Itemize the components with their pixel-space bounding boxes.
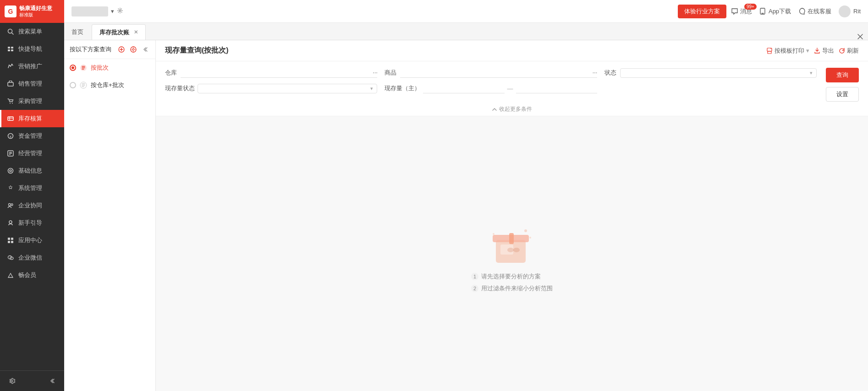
print-dropdown-icon[interactable]: ▾: [806, 47, 809, 54]
goods-dots-icon[interactable]: ···: [592, 69, 597, 77]
tabbar: 首页 库存批次账 ✕: [64, 23, 868, 40]
sidebar-item-guide[interactable]: 新手引导: [0, 214, 64, 232]
chevron-down-icon[interactable]: ▾: [111, 8, 114, 15]
warehouse-label: 仓库: [165, 69, 178, 77]
sidebar-nav: 搜索菜单 快捷导航 营销推广: [0, 23, 64, 370]
tab-home[interactable]: 首页: [64, 24, 91, 40]
svg-rect-5: [11, 49, 13, 51]
sidebar-item-marketing[interactable]: 营销推广: [0, 58, 64, 75]
export-button[interactable]: 导出: [814, 47, 834, 55]
sidebar-item-label: 快捷导航: [18, 45, 42, 53]
sidebar-item-system[interactable]: 系统管理: [0, 179, 64, 197]
empty-illustration: [484, 215, 539, 265]
sidebar-item-member[interactable]: 畅会员: [0, 266, 64, 284]
status-dropdown-icon: ▾: [810, 70, 813, 76]
scheme-settings-icon[interactable]: [129, 45, 138, 54]
sales-icon: [6, 80, 15, 88]
status-filter: 状态 ▾: [604, 68, 817, 78]
stock-status-select[interactable]: ▾: [198, 84, 377, 93]
collapse-filters-button[interactable]: 收起更多条件: [165, 105, 859, 113]
sidebar-item-label: 企业协同: [18, 201, 42, 210]
stock-qty-from-input[interactable]: [423, 83, 504, 93]
scheme-item-batch[interactable]: 按批次: [64, 59, 155, 76]
sidebar-item-label: 系统管理: [18, 184, 42, 192]
svg-point-38: [132, 49, 134, 50]
breadcrumb-input[interactable]: [71, 6, 108, 16]
settings-icon-topbar[interactable]: [117, 7, 123, 15]
tip2-text: 用过滤条件来缩小分析范围: [481, 284, 553, 293]
svg-point-29: [119, 10, 121, 11]
sidebar-item-collaborate[interactable]: 企业协同: [0, 197, 64, 214]
scheme-item-warehouse-batch[interactable]: 按仓库+批次: [64, 76, 155, 94]
stock-qty-label: 现存量（主）: [385, 84, 420, 92]
online-service-button[interactable]: 在线客服: [798, 7, 831, 16]
query-button[interactable]: 查询: [826, 68, 859, 82]
goods-label: 商品: [385, 69, 397, 77]
tab-close-main-icon[interactable]: [852, 33, 868, 40]
empty-tip-1: 1 请先选择要分析的方案: [471, 272, 553, 281]
refresh-button[interactable]: 刷新: [839, 47, 859, 55]
topbar-actions: 消息 99+ App下载 在线客服 Rit: [731, 5, 861, 17]
svg-rect-9: [8, 117, 13, 120]
svg-rect-46: [768, 51, 771, 54]
collapse-panel-icon[interactable]: [141, 45, 150, 54]
settings-footer-icon[interactable]: [6, 375, 17, 386]
basics-icon: [6, 167, 15, 175]
app-download-button[interactable]: App下载: [759, 7, 791, 16]
stock-qty-to-input[interactable]: [516, 83, 597, 93]
svg-rect-4: [8, 49, 10, 51]
sidebar-item-basics[interactable]: 基础信息: [0, 162, 64, 179]
stock-status-filter: 现存量状态 ▾: [165, 84, 377, 93]
sidebar-item-inventory[interactable]: 库存核算: [0, 110, 64, 127]
sidebar-item-label: 营销推广: [18, 62, 42, 71]
purchase-icon: [6, 97, 15, 105]
inventory-icon: [6, 114, 15, 123]
sidebar-item-wechat[interactable]: 企业微信: [0, 249, 64, 266]
left-panel-header: 按以下方案查询: [64, 40, 155, 59]
collaborate-icon: [6, 201, 15, 210]
content-area: 按以下方案查询: [64, 40, 868, 391]
svg-point-18: [8, 168, 13, 174]
system-icon: [6, 184, 15, 192]
tab-close-icon[interactable]: ✕: [134, 29, 138, 35]
sidebar-item-purchase[interactable]: 采购管理: [0, 92, 64, 110]
warehouse-input[interactable]: [181, 68, 373, 77]
sidebar-item-operation[interactable]: 经营管理: [0, 145, 64, 162]
goods-input[interactable]: [400, 68, 592, 77]
sidebar-item-finance[interactable]: ¥ 资金管理: [0, 127, 64, 145]
svg-point-52: [524, 229, 527, 232]
messages-button[interactable]: 消息 99+: [731, 7, 752, 16]
main-area: ▾ 体验行业方案 消息 99+: [64, 0, 868, 391]
settings-button[interactable]: 设置: [826, 87, 859, 102]
empty-state: 1 请先选择要分析的方案 2 用过滤条件来缩小分析范围: [156, 116, 868, 391]
page-header-actions: 按模板打印 ▾ 导出 刷新: [766, 47, 859, 55]
stock-qty-dash: —: [507, 85, 513, 92]
messages-badge: 99+: [744, 4, 757, 10]
svg-rect-51: [509, 233, 514, 244]
empty-icon: [484, 215, 539, 265]
right-panel: 现存量查询(按批次) 按模板打印 ▾: [156, 40, 868, 391]
tab-inventory-batch[interactable]: 库存批次账 ✕: [92, 24, 146, 40]
status-select[interactable]: ▾: [620, 68, 817, 78]
page-header: 现存量查询(按批次) 按模板打印 ▾: [156, 40, 868, 61]
svg-rect-23: [8, 238, 10, 240]
empty-tip-2: 2 用过滤条件来缩小分析范围: [471, 284, 553, 293]
sidebar-item-quicknav[interactable]: 快捷导航: [0, 40, 64, 58]
sidebar-item-search[interactable]: 搜索菜单: [0, 23, 64, 40]
industry-solution-button[interactable]: 体验行业方案: [678, 5, 726, 18]
sidebar-item-label: 新手引导: [18, 219, 42, 227]
side-buttons: 查询 设置: [826, 68, 859, 102]
user-profile-button[interactable]: Rit: [839, 5, 861, 17]
breadcrumb: ▾: [71, 6, 123, 16]
print-button[interactable]: 按模板打印 ▾: [766, 47, 809, 55]
svg-rect-6: [8, 82, 13, 86]
svg-point-8: [12, 103, 13, 104]
empty-tips: 1 请先选择要分析的方案 2 用过滤条件来缩小分析范围: [471, 272, 553, 293]
svg-point-53: [529, 237, 531, 239]
sidebar-item-sales[interactable]: 销售管理: [0, 75, 64, 92]
collapse-sidebar-icon[interactable]: [47, 375, 58, 386]
warehouse-dots-icon[interactable]: ···: [373, 69, 377, 77]
sidebar-header: G 畅康通好生意 标准版: [0, 0, 64, 23]
add-scheme-button[interactable]: [117, 45, 126, 54]
sidebar-item-apps[interactable]: 应用中心: [0, 232, 64, 249]
